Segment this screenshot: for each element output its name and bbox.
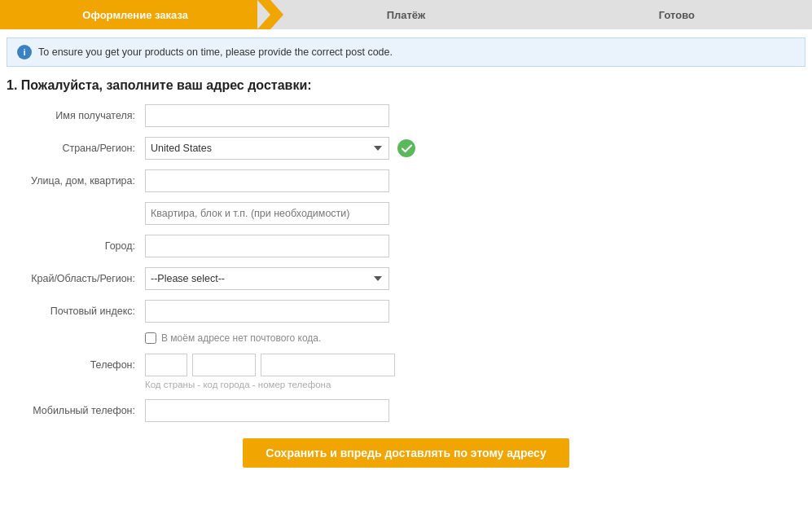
postal-input[interactable]: [145, 300, 389, 323]
recipient-input[interactable]: [145, 104, 389, 127]
no-postal-checkbox[interactable]: [145, 332, 156, 344]
city-label: Город:: [7, 240, 145, 252]
info-text: To ensure you get your products on time,…: [38, 46, 393, 58]
street-input[interactable]: [145, 169, 389, 192]
phone-fields: [145, 354, 395, 376]
form-container: Имя получателя: Страна/Регион: United St…: [0, 104, 812, 422]
phone-row: Телефон:: [7, 354, 805, 376]
info-icon: i: [17, 45, 32, 59]
postal-row: Почтовый индекс:: [7, 300, 805, 323]
recipient-label: Имя получателя:: [7, 110, 145, 121]
region-select[interactable]: --Please select--: [145, 267, 389, 290]
region-row: Край/Область/Регион: --Please select--: [7, 267, 805, 290]
postal-label: Почтовый индекс:: [7, 306, 145, 317]
section-title: 1. Пожалуйста, заполните ваш адрес доста…: [7, 78, 805, 93]
phone-hint: Код страны - код города - номер телефона: [7, 380, 805, 389]
info-banner: i To ensure you get your products on tim…: [7, 37, 805, 67]
mobile-label: Мобильный телефон:: [7, 405, 145, 416]
country-row: Страна/Регион: United States Russia Germ…: [7, 137, 805, 160]
phone-number[interactable]: [261, 354, 395, 376]
region-label: Край/Область/Регион:: [7, 273, 145, 284]
button-row: Сохранить и впредь доставлять по этому а…: [0, 438, 812, 484]
progress-step-done: Готово: [542, 0, 812, 29]
city-row: Город:: [7, 235, 805, 257]
no-postal-label: В моём адресе нет почтового кода.: [161, 332, 321, 344]
mobile-input[interactable]: [145, 399, 389, 422]
city-input[interactable]: [145, 235, 389, 257]
progress-step-order: Оформление заказа: [0, 0, 270, 29]
progress-step-payment: Платёж: [270, 0, 541, 29]
progress-bar: Оформление заказа Платёж Готово: [0, 0, 812, 29]
mobile-row: Мобильный телефон:: [7, 399, 805, 422]
apt-input[interactable]: [145, 202, 389, 225]
country-select[interactable]: United States Russia Germany France Chin…: [145, 137, 389, 160]
save-button[interactable]: Сохранить и впредь доставлять по этому а…: [243, 438, 568, 468]
phone-label: Телефон:: [7, 359, 145, 371]
country-check-icon: [397, 139, 415, 157]
phone-city-code[interactable]: [192, 354, 256, 376]
phone-country-code[interactable]: [145, 354, 187, 376]
no-postal-row: В моём адресе нет почтового кода.: [7, 332, 805, 344]
country-label: Страна/Регион:: [7, 143, 145, 154]
street-label: Улица, дом, квартира:: [7, 175, 145, 187]
apt-row: [7, 202, 805, 225]
recipient-row: Имя получателя:: [7, 104, 805, 127]
street-row: Улица, дом, квартира:: [7, 169, 805, 192]
